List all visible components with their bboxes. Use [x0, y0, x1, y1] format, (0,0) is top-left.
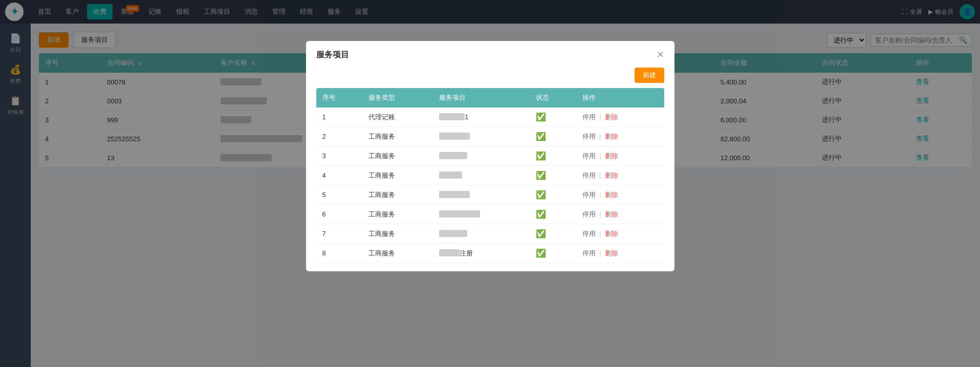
stop-button[interactable]: 停用: [582, 171, 596, 179]
modal-col-seq: 序号: [316, 88, 363, 107]
stop-button[interactable]: 停用: [582, 230, 596, 238]
modal-close-button[interactable]: ✕: [657, 49, 664, 60]
modal-col-item: 服务项目: [433, 88, 530, 107]
delete-button[interactable]: 删除: [605, 152, 618, 160]
list-item: 7 工商服务 ✅ 停用 | 删除: [316, 224, 664, 244]
modal-new-button[interactable]: 新建: [635, 68, 664, 83]
stop-button[interactable]: 停用: [582, 249, 596, 257]
stop-button[interactable]: 停用: [582, 210, 596, 218]
delete-button[interactable]: 删除: [605, 210, 618, 218]
list-item: 1 代理记账 1 ✅ 停用 | 删除: [316, 107, 664, 127]
stop-button[interactable]: 停用: [582, 133, 596, 140]
service-modal: 服务项目 ✕ 新建 序号 服务类型 服务项目 状态: [306, 41, 674, 271]
modal-overlay: 服务项目 ✕ 新建 序号 服务类型 服务项目 状态: [31, 24, 980, 367]
stop-button[interactable]: 停用: [582, 152, 596, 160]
main-content: 新增 服务项目 进行中 已完成 已终止 🔍 序号 合同编码 ⇅: [31, 24, 980, 367]
modal-header: 服务项目 ✕: [306, 41, 674, 66]
modal-col-action: 操作: [576, 88, 664, 107]
modal-toolbar: 新建: [306, 66, 674, 88]
delete-button[interactable]: 删除: [605, 133, 618, 140]
modal-title: 服务项目: [316, 50, 349, 60]
service-items-table: 序号 服务类型 服务项目 状态 操作 1 代理记账 1: [316, 88, 664, 263]
delete-button[interactable]: 删除: [605, 249, 618, 257]
list-item: 2 工商服务 ✅ 停用 | 删除: [316, 127, 664, 146]
list-item: 5 工商服务 ✅ 停用 | 删除: [316, 185, 664, 205]
delete-button[interactable]: 删除: [605, 171, 618, 179]
modal-body: 序号 服务类型 服务项目 状态 操作 1 代理记账 1: [306, 88, 674, 271]
modal-col-type: 服务类型: [362, 88, 433, 107]
layout: 📄 合同 💰 收费 📋 对账单 新增 服务项目 进行中 已完成 已终止: [0, 24, 980, 367]
delete-button[interactable]: 删除: [605, 230, 618, 238]
list-item: 3 工商服务 ✅ 停用 | 删除: [316, 146, 664, 166]
stop-button[interactable]: 停用: [582, 113, 596, 121]
delete-button[interactable]: 删除: [605, 191, 618, 199]
list-item: 8 工商服务 注册 ✅ 停用 | 删除: [316, 244, 664, 263]
stop-button[interactable]: 停用: [582, 191, 596, 199]
list-item: 6 工商服务 ✅ 停用 | 删除: [316, 205, 664, 224]
modal-col-status: 状态: [530, 88, 576, 107]
list-item: 4 工商服务 ✅ 停用 | 删除: [316, 166, 664, 185]
delete-button[interactable]: 删除: [605, 113, 618, 121]
